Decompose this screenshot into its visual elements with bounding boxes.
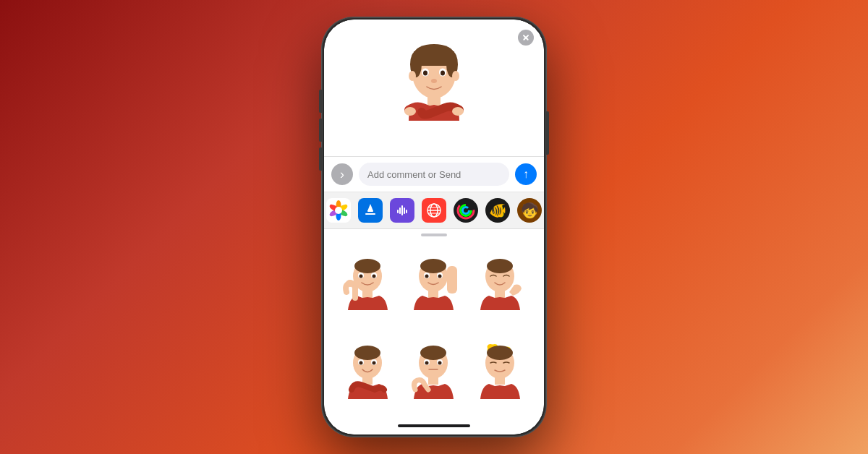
svg-rect-4 xyxy=(414,51,454,66)
svg-point-13 xyxy=(404,107,416,116)
svg-point-11 xyxy=(452,71,459,81)
svg-rect-29 xyxy=(406,210,407,213)
image-preview xyxy=(324,20,544,157)
svg-rect-12 xyxy=(427,96,441,106)
svg-rect-25 xyxy=(397,210,399,213)
svg-point-9 xyxy=(431,79,437,83)
appstore-app-icon[interactable] xyxy=(358,198,383,223)
app-icon-bar: 🐠 🧒 xyxy=(324,192,544,229)
svg-rect-93 xyxy=(495,377,505,385)
svg-point-8 xyxy=(441,70,445,75)
globe-app-icon[interactable] xyxy=(422,198,446,223)
svg-rect-79 xyxy=(427,351,439,357)
send-button[interactable] xyxy=(515,163,537,185)
drag-handle xyxy=(324,229,544,239)
close-button[interactable] xyxy=(518,30,534,46)
svg-point-45 xyxy=(359,274,363,278)
svg-point-14 xyxy=(452,107,464,116)
sticker-item-2[interactable] xyxy=(404,247,463,326)
sticker-item-3[interactable] xyxy=(471,247,529,326)
svg-rect-69 xyxy=(362,351,373,357)
main-memoji xyxy=(391,41,477,135)
svg-rect-53 xyxy=(427,265,439,270)
svg-point-92 xyxy=(487,346,513,360)
sticker1-app-icon[interactable]: 🐠 xyxy=(485,198,510,223)
sticker-item-1[interactable] xyxy=(339,247,397,326)
svg-point-61 xyxy=(486,274,492,281)
svg-rect-47 xyxy=(362,291,373,298)
svg-point-42 xyxy=(354,259,380,273)
home-indicator xyxy=(324,420,544,434)
sticker-item-4[interactable] xyxy=(339,333,397,413)
svg-point-73 xyxy=(373,361,376,364)
svg-point-7 xyxy=(423,70,427,75)
svg-point-10 xyxy=(409,71,416,81)
photos-app-icon[interactable] xyxy=(326,198,351,223)
expand-button[interactable] xyxy=(331,163,353,185)
svg-point-22 xyxy=(335,207,342,214)
svg-point-83 xyxy=(438,361,442,364)
svg-point-62 xyxy=(508,274,514,281)
svg-point-57 xyxy=(438,274,442,278)
phone-inner: 🐠 🧒 xyxy=(324,20,544,434)
sticker-item-5[interactable] xyxy=(404,333,463,413)
svg-rect-28 xyxy=(404,207,405,214)
home-bar xyxy=(398,424,470,427)
svg-point-48 xyxy=(346,280,354,287)
drag-bar xyxy=(421,234,447,236)
svg-rect-26 xyxy=(399,207,401,214)
svg-point-63 xyxy=(487,259,513,273)
sticker2-app-icon[interactable]: 🧒 xyxy=(517,198,542,223)
screen: 🐠 🧒 xyxy=(324,20,544,434)
svg-point-46 xyxy=(373,274,376,278)
sticker-grid xyxy=(324,239,544,420)
svg-point-82 xyxy=(425,361,429,364)
activity-app-icon[interactable] xyxy=(454,198,478,223)
svg-point-90 xyxy=(486,361,492,368)
svg-rect-27 xyxy=(401,205,403,215)
svg-point-56 xyxy=(425,274,429,278)
svg-rect-59 xyxy=(447,266,457,294)
svg-point-37 xyxy=(463,207,469,214)
svg-rect-64 xyxy=(495,291,505,298)
input-bar xyxy=(324,157,544,192)
svg-rect-58 xyxy=(428,291,438,298)
svg-point-72 xyxy=(359,361,363,364)
svg-point-91 xyxy=(508,361,514,368)
phone-frame: 🐠 🧒 xyxy=(322,17,546,437)
voice-app-icon[interactable] xyxy=(390,198,414,223)
sticker-item-6[interactable] xyxy=(471,333,529,413)
svg-rect-84 xyxy=(428,377,438,385)
comment-input[interactable] xyxy=(359,163,509,186)
